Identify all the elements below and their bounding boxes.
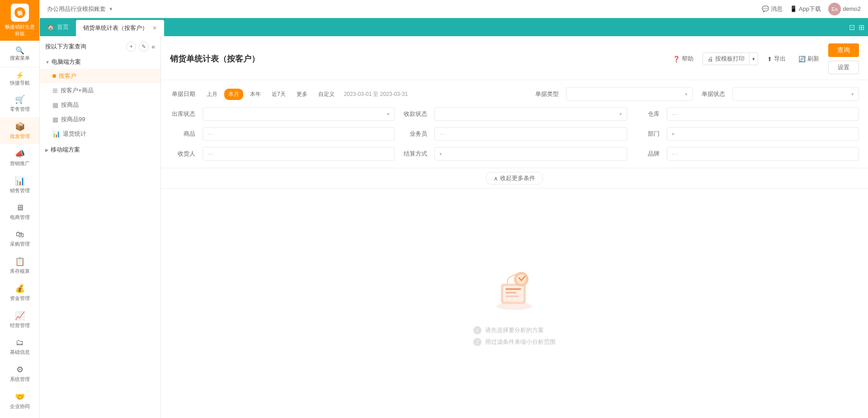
svg-rect-5 [505,288,521,290]
template-print-main[interactable]: 🖨 按模板打印 [703,53,749,65]
doc-status-label: 单据状态 [700,90,725,98]
sidebar-item-retail[interactable]: 🛒 零售管理 [0,90,39,117]
empty-hint-1: 1 请先选择要分析的方案 [473,326,556,334]
message-button[interactable]: 💬 消息 [762,5,783,13]
sidebar-item-sales-label: 销售管理 [10,187,30,194]
scheme-edit-button[interactable]: ✎ [139,42,149,52]
scheme-group-desktop-header[interactable]: ▼ 电脑端方案 [40,55,160,69]
help-button[interactable]: ❓ 帮助 [669,53,697,65]
date-btn-this-year[interactable]: 本年 [246,89,265,100]
avatar: Ea [828,3,841,15]
system-icon: ⚙ [16,365,24,375]
svg-rect-7 [505,295,519,297]
sidebar-item-enterprise[interactable]: 🤝 企业协同 [0,387,39,414]
settings-button[interactable]: 设置 [828,61,859,74]
scheme-collapse-button[interactable]: « [151,43,155,50]
sidebar-item-system[interactable]: ⚙ 系统管理 [0,360,39,387]
refresh-label: 刷新 [807,55,819,63]
settle-method-select[interactable]: ▾ [434,147,627,161]
active-dot-icon [52,74,56,78]
user-name: demo2 [843,5,861,12]
minimize-icon[interactable]: ⊡ [849,23,855,32]
brand-select[interactable]: ··· [667,147,859,161]
collect-status-label: 收款状态 [402,110,427,118]
sidebar-item-quick-nav[interactable]: ⚡ 快捷导航 [0,67,39,90]
date-btn-last-7-days[interactable]: 近7天 [268,89,290,100]
sidebar-item-purchase[interactable]: 🛍 采购管理 [0,225,39,252]
basic-icon: 🗂 [16,338,24,347]
product-select[interactable]: ··· [203,127,395,141]
recipient-select[interactable]: ··· [203,147,395,161]
product-dots: ··· [208,130,214,138]
refresh-button[interactable]: 🔄 刷新 [795,53,823,65]
grid-icon: ⊞ [52,87,58,94]
maximize-icon[interactable]: ⊞ [859,23,864,32]
page-header: 销货单统计表（按客户） ❓ 帮助 🖨 按模板打印 ▾ ⬆ [161,36,868,80]
wholesale-icon: 📦 [15,122,25,132]
export-button[interactable]: ⬆ 导出 [764,53,789,65]
help-label: 帮助 [682,55,693,63]
filter-row-1: 单据日期 上月 本月 本年 近7天 更多 自定义 2023-03-01 至 20… [170,87,859,101]
sidebar-item-guide[interactable]: 🎯 新手引导 [0,414,39,418]
collect-status-select[interactable]: ▾ [434,107,627,121]
sidebar-item-operations[interactable]: 📈 经营管理 [0,306,39,333]
logo-area[interactable]: 畅 畅捷销好生意 标版 [0,0,39,41]
tab-home[interactable]: 🏠 首页 [40,18,76,36]
collapse-button[interactable]: ∧ 收起更多条件 [486,172,543,185]
sidebar-item-inventory[interactable]: 📋 库存核算 [0,252,39,279]
template-print-dropdown-arrow[interactable]: ▾ [749,54,758,64]
scheme-add-button[interactable]: + [126,42,136,52]
tab-close-icon[interactable]: ✕ [152,25,157,31]
tab-expand-area: ⊡ ⊞ [849,23,864,32]
message-icon: 💬 [762,5,769,12]
template-print-button[interactable]: 🖨 按模板打印 ▾ [703,52,758,65]
scheme-item-by-customer-product[interactable]: ⊞ 按客户+商品 [40,83,160,98]
dept-arrow: ▾ [672,131,675,137]
out-status-select[interactable]: ▾ [203,107,395,121]
date-btn-this-month[interactable]: 本月 [224,89,243,100]
scheme-group-mobile-header[interactable]: ▶ 移动端方案 [40,143,160,157]
doc-status-select[interactable]: ▾ [732,87,859,101]
sidebar-item-finance[interactable]: 💰 资金管理 [0,279,39,306]
date-btn-last-month[interactable]: 上月 [203,89,222,100]
user-profile-button[interactable]: Ea demo2 [828,3,861,15]
sidebar-item-wholesale[interactable]: 📦 批发管理 [0,117,39,144]
tab-sales-report[interactable]: 销货单统计表（按客户） ✕ [76,20,164,36]
header-dropdown-icon[interactable]: ▾ [109,5,113,12]
date-btn-more[interactable]: 更多 [292,89,311,100]
app-download-label: App下载 [799,5,821,13]
date-label: 单据日期 [170,90,195,98]
app-download-button[interactable]: 📱 App下载 [790,5,821,13]
logo-icon: 畅 [11,4,29,22]
collapse-label: 收起更多条件 [500,174,535,182]
doc-type-select[interactable]: ▾ [566,87,693,101]
date-filter: 上月 本月 本年 近7天 更多 自定义 2023-03-01 至 2023-03… [203,89,408,100]
svg-text:畅: 畅 [17,10,23,16]
scheme-item-by-product[interactable]: ▦ 按商品 [40,98,160,112]
query-button[interactable]: 查询 [828,43,859,57]
sidebar-item-search[interactable]: 🔍 搜索菜单 [0,41,39,67]
warehouse-select[interactable]: ··· [667,107,859,121]
scheme-item-by-product-99[interactable]: ▦ 按商品99 [40,112,160,127]
salesperson-select[interactable]: ··· [434,127,627,141]
sidebar-item-ecommerce-label: 电商管理 [10,214,30,221]
date-btn-custom[interactable]: 自定义 [314,89,339,100]
date-range-text: 2023-03-01 至 2023-03-31 [344,90,408,98]
dept-select[interactable]: ▾ [667,127,859,141]
purchase-icon: 🛍 [16,230,24,239]
desktop-group-label: 电脑端方案 [52,58,81,66]
filter-row-3: 商品 ··· 业务员 ··· 部门 ▾ [170,127,859,141]
sidebar-item-basic[interactable]: 🗂 基础信息 [0,333,39,360]
top-header: 办公用品行业模拟账套 ▾ 💬 消息 📱 App下载 Ea demo2 [40,0,868,18]
sidebar-item-sales[interactable]: 📊 销售管理 [0,171,39,199]
filter-area: 单据日期 上月 本月 本年 近7天 更多 自定义 2023-03-01 至 20… [161,80,868,168]
filter-row-4: 收货人 ··· 结算方式 ▾ 品牌 ··· [170,147,859,161]
sidebar-item-marketing[interactable]: 📣 营销推广 [0,144,39,171]
doc-status-arrow: ▾ [851,91,854,97]
sidebar-item-ecommerce[interactable]: 🖥 电商管理 [0,199,39,225]
edit-icon: ✎ [142,43,146,50]
scheme-item-by-customer[interactable]: 按客户 [40,69,160,83]
logo-subtitle: 标版 [15,30,25,37]
page-title: 销货单统计表（按客户） [170,53,259,64]
scheme-item-return-stats[interactable]: 📊 退货统计 [40,127,160,141]
